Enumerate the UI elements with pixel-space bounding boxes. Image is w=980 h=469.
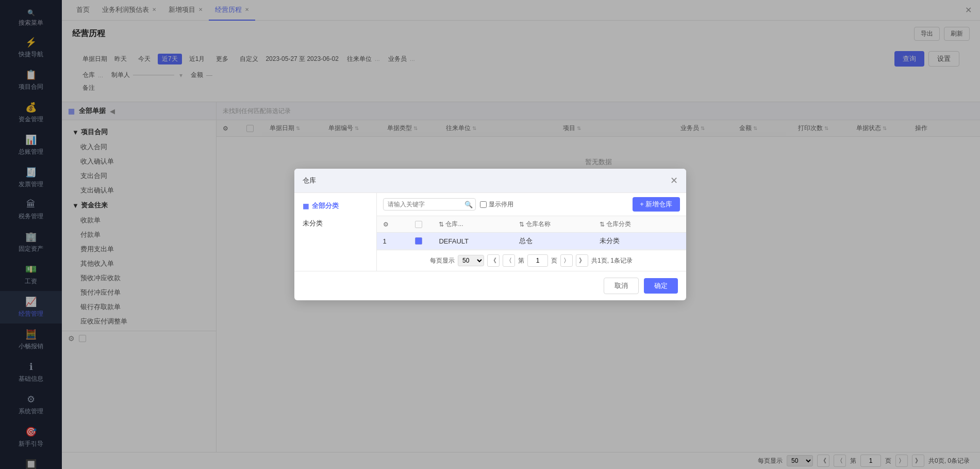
warehouse-modal: 仓库 ✕ ▦ 全部分类 未分类 🔍 [294,169,686,300]
sort-icon-category: ⇅ [600,221,605,228]
modal-per-page-select[interactable]: 50 100 [458,255,484,266]
show-disabled-label[interactable]: 显示停用 [480,200,513,209]
modal-category-uncategorized-label: 未分类 [303,219,323,228]
modal-th-category-label: 仓库分类 [606,220,631,229]
modal-settings-icon[interactable]: ⚙ [383,221,389,228]
modal-category-all[interactable]: ▦ 全部分类 [294,197,376,215]
modal-td-no: 1 [383,237,415,245]
modal-toolbar: 🔍 显示停用 + 新增仓库 [377,193,686,216]
sort-icon-code: ⇅ [439,221,444,228]
modal-per-page-label: 每页显示 [430,256,455,265]
modal-td-code: DEFAULT [439,237,519,245]
modal-table-header: ⚙ ⇅ 仓库... ⇅ 仓库名称 [377,216,686,233]
modal-th-settings: ⚙ [383,220,415,229]
modal-prev-page-btn[interactable]: 〈 [503,254,515,267]
modal-header: 仓库 ✕ [294,169,686,193]
modal-td-checkbox [415,237,439,245]
show-disabled-checkbox[interactable] [480,201,487,208]
modal-title: 仓库 [303,176,316,185]
modal-th-name-label: 仓库名称 [526,220,551,229]
modal-right-panel: 🔍 显示停用 + 新增仓库 ⚙ [377,193,686,271]
modal-header-checkbox[interactable] [415,221,422,228]
modal-th-code-label: 仓库... [445,220,463,229]
modal-left-panel: ▦ 全部分类 未分类 [294,193,377,271]
modal-table: ⚙ ⇅ 仓库... ⇅ 仓库名称 [377,216,686,250]
modal-th-name: ⇅ 仓库名称 [519,220,600,229]
modal-total-label: 共1页, 1条记录 [591,256,633,265]
modal-page-prefix: 第 [518,256,524,265]
modal-first-page-btn[interactable]: 《 [487,254,500,267]
cancel-button[interactable]: 取消 [604,278,639,294]
show-disabled-text: 显示停用 [489,200,513,209]
confirm-button[interactable]: 确定 [644,278,678,294]
sort-icon-name: ⇅ [519,221,524,228]
modal-body: ▦ 全部分类 未分类 🔍 显示停用 [294,193,686,271]
grid-icon-modal: ▦ [303,202,309,210]
modal-search-input[interactable] [383,198,476,211]
modal-th-checkbox [415,220,439,229]
modal-page-input[interactable] [527,254,548,267]
modal-last-page-btn[interactable]: 》 [576,254,588,267]
modal-td-name: 总仓 [519,236,600,246]
modal-th-code: ⇅ 仓库... [439,220,519,229]
modal-table-row[interactable]: 1 DEFAULT 总仓 未分类 [377,233,686,250]
add-warehouse-button[interactable]: + 新增仓库 [633,197,679,212]
modal-th-category: ⇅ 仓库分类 [600,220,680,229]
modal-close-button[interactable]: ✕ [670,175,678,186]
modal-category-uncategorized[interactable]: 未分类 [294,215,376,232]
modal-page-label: 页 [551,256,557,265]
modal-overlay: 仓库 ✕ ▦ 全部分类 未分类 🔍 [0,0,980,469]
row-checkbox-checked[interactable] [415,237,422,245]
modal-footer-actions: 取消 确定 [294,271,686,300]
modal-pagination: 每页显示 50 100 《 〈 第 页 〉 》 共1页, 1条记录 [377,250,686,271]
modal-next-page-btn[interactable]: 〉 [560,254,573,267]
modal-td-category: 未分类 [600,236,680,246]
modal-category-all-label: 全部分类 [312,201,339,211]
modal-search-wrap: 🔍 [383,198,476,211]
